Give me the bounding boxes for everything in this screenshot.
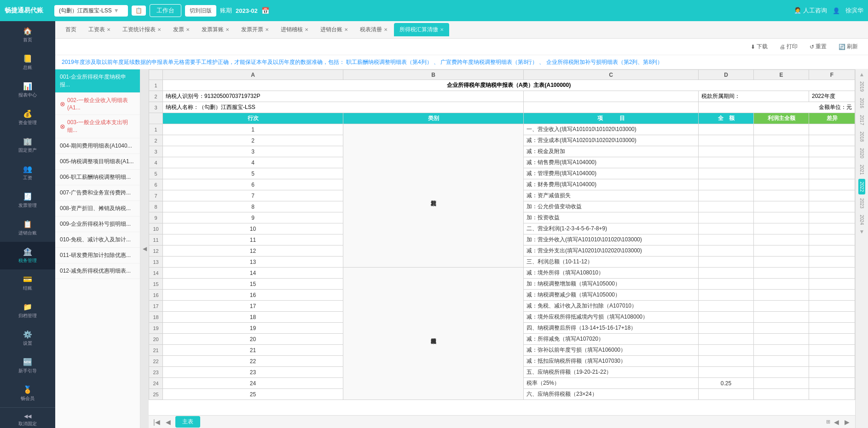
tab-close-invoice-issue[interactable]: ✕: [265, 27, 269, 32]
amount-cell-2[interactable]: [699, 146, 754, 157]
diff-cell-22[interactable]: [809, 367, 855, 378]
diff-cell-15[interactable]: [809, 290, 855, 301]
amount-cell-5[interactable]: [699, 179, 754, 190]
timeline-year-2021[interactable]: 2021: [858, 162, 865, 177]
profit-cell-20[interactable]: [754, 345, 809, 356]
nav-left[interactable]: ◀: [164, 417, 173, 427]
amount-cell-4[interactable]: [699, 168, 754, 179]
profit-cell-10[interactable]: [754, 234, 809, 245]
timeline-year-2023[interactable]: 2023: [858, 195, 865, 211]
tab-tax-clearance[interactable]: 税表清册✕: [354, 23, 393, 36]
tab-close-invoice-calc[interactable]: ✕: [226, 27, 229, 32]
amount-cell-20[interactable]: [699, 345, 754, 356]
amount-cell-22[interactable]: [699, 367, 754, 378]
diff-cell-20[interactable]: [809, 345, 855, 356]
tab-close-sales-verify[interactable]: ✕: [305, 27, 308, 32]
left-nav-item-012[interactable]: 012-减免所得税优惠明细表...: [55, 263, 140, 279]
profit-cell-2[interactable]: [754, 146, 809, 157]
tab-invoice-issue[interactable]: 发票开票✕: [236, 23, 274, 36]
sidebar-item-new-guide[interactable]: 🆕新手引导: [0, 352, 55, 380]
amount-cell-9[interactable]: [699, 223, 754, 234]
profit-cell-5[interactable]: [754, 179, 809, 190]
tab-income-tax-calc[interactable]: 所得税汇算清缴✕: [394, 23, 449, 36]
amount-cell-10[interactable]: [699, 234, 754, 245]
sidebar-item-sales-ledger[interactable]: 📋进销台账: [0, 214, 55, 242]
tab-payroll-table[interactable]: 工资表✕: [83, 23, 116, 36]
tab-sales-ledger[interactable]: 进销台账✕: [315, 23, 353, 36]
profit-cell-6[interactable]: [754, 190, 809, 201]
timeline-year-2020[interactable]: 2020: [858, 145, 865, 161]
warning-link-2[interactable]: 广宣费跨年度纳税调整明细表（第8行）: [440, 59, 538, 65]
profit-cell-4[interactable]: [754, 168, 809, 179]
sidebar-item-tax-mgmt[interactable]: 🏦税务管理: [0, 242, 55, 269]
profit-cell-0[interactable]: [754, 124, 809, 135]
amount-cell-7[interactable]: [699, 201, 754, 212]
amount-cell-18[interactable]: [699, 323, 754, 334]
left-nav-item-008[interactable]: 008-资产折旧、摊销及纳税...: [55, 201, 140, 217]
tab-payroll-stats[interactable]: 工资统计报表✕: [117, 23, 167, 36]
timeline-year-2016[interactable]: 2016: [858, 95, 865, 111]
timeline-down[interactable]: ▶: [843, 417, 851, 427]
tab-invoice-calc[interactable]: 发票算账✕: [196, 23, 235, 36]
profit-cell-23[interactable]: [754, 378, 809, 389]
sidebar-item-archive-mgmt[interactable]: 📁归档管理: [0, 297, 55, 325]
ai-service-btn[interactable]: 🧑‍💼 人工咨询: [794, 6, 827, 15]
diff-cell-13[interactable]: [809, 268, 855, 279]
table-wrapper[interactable]: A B C D E F 1: [149, 69, 855, 415]
left-nav-item-011[interactable]: 011-研发费用加计扣除优惠...: [55, 248, 140, 263]
amount-cell-21[interactable]: [699, 356, 754, 367]
diff-cell-21[interactable]: [809, 356, 855, 367]
amount-cell-8[interactable]: [699, 212, 754, 223]
tab-close-invoice[interactable]: ✕: [186, 27, 190, 32]
amount-cell-16[interactable]: [699, 301, 754, 312]
sidebar-item-member[interactable]: 🏅畅会员: [0, 380, 55, 407]
amount-cell-17[interactable]: [699, 312, 754, 323]
refresh-button[interactable]: 🔄 刷新: [835, 41, 862, 52]
diff-cell-17[interactable]: [809, 312, 855, 323]
timeline-year-2022[interactable]: 2022: [858, 179, 865, 194]
diff-cell-3[interactable]: [809, 157, 855, 168]
tab-close-sales-ledger[interactable]: ✕: [344, 27, 348, 32]
timeline-arrow-down[interactable]: ▼: [859, 228, 865, 235]
reset-button[interactable]: ↺ 重置: [806, 41, 830, 52]
profit-cell-1[interactable]: [754, 135, 809, 146]
diff-cell-7[interactable]: [809, 201, 855, 212]
timeline-year-2024[interactable]: 2024: [858, 212, 865, 228]
profit-cell-22[interactable]: [754, 367, 809, 378]
left-nav-item-009[interactable]: 009-企业所得税补亏损明细...: [55, 217, 140, 232]
sidebar-pin-toggle[interactable]: ◀◀ 取消固定: [0, 408, 55, 428]
profit-cell-16[interactable]: [754, 301, 809, 312]
profit-cell-12[interactable]: [754, 257, 809, 268]
calendar-icon[interactable]: 📅: [261, 7, 269, 14]
sidebar-item-general-ledger[interactable]: 📒总账: [0, 49, 55, 76]
sidebar-item-invoice-mgmt[interactable]: 🧾发票管理: [0, 187, 55, 214]
tab-sales-verify[interactable]: 进销稽核✕: [275, 23, 314, 36]
amount-cell-3[interactable]: [699, 157, 754, 168]
amount-cell-24[interactable]: [699, 389, 754, 400]
diff-cell-5[interactable]: [809, 179, 855, 190]
profit-cell-24[interactable]: [754, 389, 809, 400]
left-nav-item-003[interactable]: ⊗003-一般企业成本支出明细...: [55, 115, 140, 138]
diff-cell-1[interactable]: [809, 135, 855, 146]
profit-cell-19[interactable]: [754, 334, 809, 345]
sidebar-item-payroll[interactable]: 👥工资: [0, 159, 55, 187]
diff-cell-24[interactable]: [809, 389, 855, 400]
diff-cell-11[interactable]: [809, 245, 855, 257]
tab-invoice[interactable]: 发票✕: [168, 23, 195, 36]
profit-cell-8[interactable]: [754, 212, 809, 223]
diff-cell-16[interactable]: [809, 301, 855, 312]
tab-close-tax-clearance[interactable]: ✕: [384, 27, 388, 32]
diff-cell-10[interactable]: [809, 234, 855, 245]
sidebar-item-settlement[interactable]: 💳结账: [0, 269, 55, 297]
diff-cell-19[interactable]: [809, 334, 855, 345]
amount-cell-13[interactable]: [699, 268, 754, 279]
download-button[interactable]: ⬇ 下载: [747, 41, 771, 52]
amount-cell-12[interactable]: [699, 257, 754, 268]
diff-cell-8[interactable]: [809, 212, 855, 223]
profit-cell-9[interactable]: [754, 223, 809, 234]
profit-cell-13[interactable]: [754, 268, 809, 279]
sidebar-item-report-center[interactable]: 📊报表中心: [0, 76, 55, 104]
amount-cell-15[interactable]: [699, 290, 754, 301]
copy-icon-btn[interactable]: 📋: [132, 6, 146, 16]
warning-link-1[interactable]: 职工薪酬纳税调整明细表（第4列）: [346, 59, 432, 65]
